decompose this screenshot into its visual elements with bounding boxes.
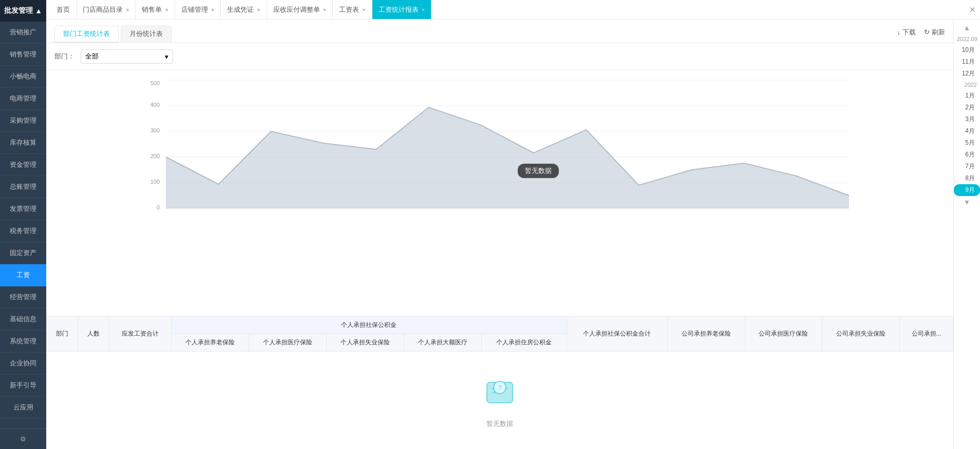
timeline-month-jul[interactable]: 7月 (954, 161, 980, 172)
col-personal-housing: 个人承担住房公积金 (481, 334, 567, 352)
sidebar-item-tax[interactable]: 税务管理 (0, 220, 46, 242)
empty-state: ? 暂无数据 (46, 352, 953, 449)
sidebar-item-sales[interactable]: 销售管理 (0, 44, 46, 66)
content-area: 部门工资统计表 月份统计表 ↓ 下载 ↻ 刷新 (46, 19, 980, 449)
sidebar-item-basic[interactable]: 基础信息 (0, 308, 46, 330)
salary-table: 部门 人数 应发工资合计 个人承担社保公积金 个人承担社保公积金合计 公司承担养… (46, 316, 953, 352)
page-content: 部门工资统计表 月份统计表 ↓ 下载 ↻ 刷新 (46, 19, 953, 449)
timeline-month-feb[interactable]: 2月 (954, 102, 980, 113)
col-company-medical: 公司承担医疗保险 (745, 317, 822, 352)
sidebar-item-invoice[interactable]: 发票管理 (0, 198, 46, 220)
timeline-month-apr[interactable]: 4月 (954, 125, 980, 137)
col-personal-medical: 个人承担医疗保险 (249, 334, 327, 352)
filter-bar: 部门： 全部 ▾ (46, 43, 953, 70)
timeline-month-jan[interactable]: 1月 (954, 90, 980, 102)
chart-area: 0 100 200 300 400 500 (46, 70, 953, 316)
sidebar-header[interactable]: 批发管理 ▲ (0, 0, 46, 22)
sidebar-item-assets[interactable]: 固定资产 (0, 242, 46, 264)
timeline-month-mar[interactable]: 3月 (954, 113, 980, 125)
tab-adjustment[interactable]: 应收应付调整单 × (267, 0, 333, 19)
col-company-unemployment: 公司承担失业保险 (822, 317, 900, 352)
filter-dept-value: 全部 (85, 52, 99, 61)
filter-dept-select[interactable]: 全部 ▾ (81, 49, 173, 64)
col-company-more: 公司承担... (900, 317, 953, 352)
toolbar-actions: ↓ 下载 ↻ 刷新 (897, 28, 946, 41)
subtab-month[interactable]: 月份统计表 (121, 26, 172, 43)
col-count: 人数 (78, 317, 109, 352)
area-chart: 0 100 200 300 400 500 (54, 79, 945, 212)
sidebar-item-guide[interactable]: 新手引导 (0, 375, 46, 397)
tab-close-store-catalog[interactable]: × (126, 7, 129, 13)
sidebar-item-purchase[interactable]: 采购管理 (0, 110, 46, 132)
tab-bar-actions: ✕ (965, 5, 976, 14)
sidebar-item-operations[interactable]: 经营管理 (0, 286, 46, 308)
col-personal-pension: 个人承担养老保险 (172, 334, 249, 352)
timeline-month-nov[interactable]: 11月 (954, 56, 980, 68)
timeline-month-may[interactable]: 5月 (954, 137, 980, 149)
timeline-year-current: 2022 (954, 80, 980, 90)
svg-text:?: ? (498, 384, 501, 391)
sidebar-item-salary[interactable]: 工资 (0, 264, 46, 286)
col-group-personal: 个人承担社保公积金 (172, 317, 567, 334)
svg-text:0: 0 (157, 204, 160, 210)
tab-store-catalog[interactable]: 门店商品目录 × (77, 0, 136, 19)
sidebar-item-inventory[interactable]: 库存核算 (0, 132, 46, 154)
table-scroll[interactable]: 部门 人数 应发工资合计 个人承担社保公积金 个人承担社保公积金合计 公司承担养… (46, 316, 953, 449)
empty-illustration: ? (479, 372, 520, 413)
tab-close-generate-voucher[interactable]: × (257, 7, 260, 13)
col-personal-bigmedical: 个人承担大额医疗 (404, 334, 481, 352)
svg-text:200: 200 (150, 153, 160, 159)
sidebar-item-system[interactable]: 系统管理 (0, 330, 46, 353)
timeline-month-sep[interactable]: 9月 (954, 184, 980, 196)
sidebar-title: 批发管理 (4, 6, 33, 15)
timeline-panel: ▲ 2022.09 10月 11月 12月 2022 1月 2月 3月 4月 5… (953, 19, 980, 449)
tab-close-payroll[interactable]: × (362, 7, 365, 13)
col-personal-sum: 个人承担社保公积金合计 (567, 317, 667, 352)
download-icon: ↓ (897, 28, 901, 36)
sidebar-item-ledger[interactable]: 总账管理 (0, 176, 46, 198)
timeline-month-oct[interactable]: 10月 (954, 44, 980, 56)
tab-generate-voucher[interactable]: 生成凭证 × (221, 0, 267, 19)
sidebar-settings[interactable]: ⚙ (0, 428, 46, 449)
timeline-up-icon[interactable]: ▲ (962, 22, 973, 34)
tab-close-sales[interactable]: × (165, 7, 168, 13)
sidebar-item-xiaochangecom[interactable]: 小畅电商 (0, 66, 46, 88)
timeline-month-aug[interactable]: 8月 (954, 172, 980, 184)
filter-dept-label: 部门： (54, 52, 74, 61)
tab-payroll[interactable]: 工资表 × (333, 0, 372, 19)
sidebar-item-enterprise[interactable]: 企业协同 (0, 353, 46, 375)
col-dept: 部门 (47, 317, 78, 352)
timeline-month-dec[interactable]: 12月 (954, 68, 980, 80)
col-total-salary: 应发工资合计 (109, 317, 172, 352)
tab-home[interactable]: 首页 (50, 0, 77, 19)
tab-close-salary-report[interactable]: × (422, 7, 425, 13)
settings-icon: ⚙ (20, 435, 26, 443)
svg-text:100: 100 (150, 179, 160, 185)
tab-sales[interactable]: 销售单 × (136, 0, 175, 19)
empty-text: 暂无数据 (486, 419, 513, 428)
sidebar-item-marketing[interactable]: 营销推广 (0, 22, 46, 44)
sidebar-item-cloud[interactable]: 云应用 (0, 397, 46, 419)
tab-close-adjustment[interactable]: × (323, 7, 326, 13)
sidebar: 批发管理 ▲ 营销推广 销售管理 小畅电商 电商管理 采购管理 库存核算 资金管… (0, 0, 46, 449)
refresh-button[interactable]: ↻ 刷新 (924, 28, 945, 37)
col-personal-unemployment: 个人承担失业保险 (327, 334, 404, 352)
svg-text:300: 300 (150, 127, 160, 133)
sub-tabs-left: 部门工资统计表 月份统计表 (54, 26, 172, 43)
col-company-pension: 公司承担养老保险 (667, 317, 745, 352)
svg-text:500: 500 (150, 80, 160, 86)
tab-shop-manage[interactable]: 店铺管理 × (175, 0, 221, 19)
refresh-icon: ↻ (924, 28, 930, 36)
subtab-dept[interactable]: 部门工资统计表 (54, 26, 119, 43)
timeline-month-jun[interactable]: 6月 (954, 149, 980, 161)
sidebar-item-finance[interactable]: 资金管理 (0, 154, 46, 176)
sidebar-item-ecommerce[interactable]: 电商管理 (0, 88, 46, 110)
download-button[interactable]: ↓ 下载 (897, 28, 916, 37)
chart-area-fill (166, 107, 849, 208)
close-all-icon[interactable]: ✕ (969, 5, 976, 14)
tab-salary-report[interactable]: 工资统计报表 × (372, 0, 431, 19)
timeline-down-icon[interactable]: ▼ (962, 196, 973, 208)
tab-close-shop-manage[interactable]: × (211, 7, 214, 13)
timeline-year-2022: 2022.09 (954, 34, 980, 44)
main-area: 首页 门店商品目录 × 销售单 × 店铺管理 × 生成凭证 × 应收应付调整单 … (46, 0, 980, 449)
